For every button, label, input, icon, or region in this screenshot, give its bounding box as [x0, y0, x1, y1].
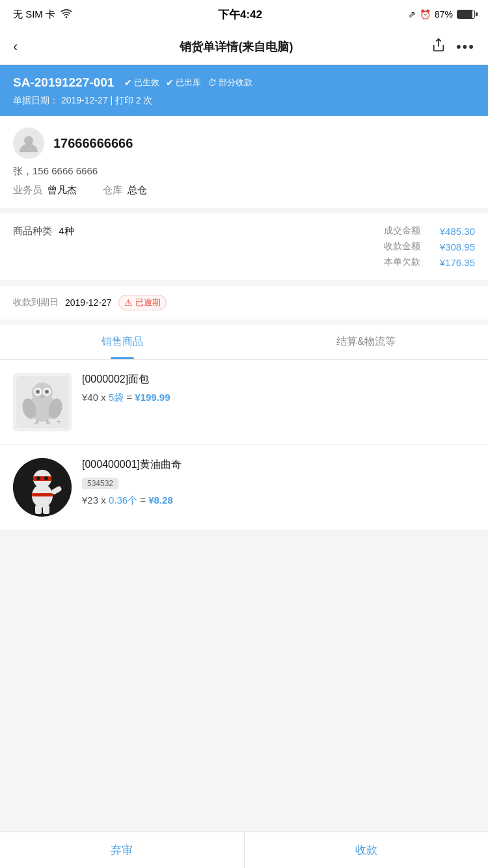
tabs: 销售商品 结算&物流等: [0, 325, 488, 360]
back-button[interactable]: ‹: [13, 38, 42, 55]
overdue-text: 已逾期: [135, 297, 161, 308]
collect-payment-button[interactable]: 收款: [245, 832, 489, 868]
date-value: 2019-12-27: [61, 95, 108, 105]
product-thumbnail-2: [13, 458, 72, 517]
type-count: 4种: [59, 225, 74, 236]
warehouse-item: 仓库 总仓: [103, 184, 147, 197]
user-icon: [18, 133, 39, 154]
product-name-1: [0000002]面包: [82, 373, 475, 387]
badge-partial: ⏱ 部分收款: [208, 77, 252, 88]
salesperson-value: 曾凡杰: [47, 184, 77, 197]
share-icon[interactable]: [431, 38, 446, 55]
date-label: 单据日期：: [13, 95, 59, 105]
svg-point-0: [24, 136, 33, 145]
amount-row: 成交金额 ¥485.30: [384, 225, 475, 237]
product-image-2: [13, 458, 72, 517]
warehouse-value: 总仓: [128, 184, 147, 197]
page-title: 销货单详情(来自电脑): [42, 39, 431, 55]
product-name-2: [000400001]黄油曲奇: [82, 458, 475, 472]
type-label: 商品种类: [13, 225, 52, 236]
product-price-1: ¥40 x 5袋 = ¥199.99: [82, 392, 475, 404]
customer-section: 17666666666 张，156 6666 6666 业务员 曾凡杰 仓库 总…: [0, 116, 488, 208]
owl-image: +: [16, 376, 68, 428]
receipt-row: 收款金额 ¥308.95: [384, 241, 475, 252]
salesperson-label: 业务员: [13, 184, 42, 197]
owed-row: 本单欠款 ¥176.35: [384, 256, 475, 268]
avatar: [13, 128, 44, 159]
location-icon: ⇗: [408, 9, 416, 20]
svg-point-9: [46, 391, 48, 393]
svg-rect-26: [43, 505, 49, 514]
due-section: 收款到期日 2019-12-27 ⚠ 已逾期: [0, 285, 488, 319]
product-total-1: ¥199.99: [135, 392, 170, 403]
owed-value: ¥176.35: [440, 257, 475, 268]
tabs-section: 销售商品 结算&物流等: [0, 325, 488, 530]
amount-label: 成交金额: [384, 225, 420, 237]
battery-pct: 87%: [435, 9, 453, 20]
customer-row: 17666666666: [13, 128, 475, 159]
svg-point-22: [44, 476, 48, 480]
product-total-2: ¥8.28: [148, 495, 173, 506]
nav-actions: •••: [431, 38, 475, 55]
overdue-badge: ⚠ 已逾期: [118, 295, 167, 310]
due-label: 收款到期日: [13, 297, 59, 308]
order-header: SA-20191227-001 ✔ 已生效 ✔ 已出库 ⏱ 部分收款 单据日期：…: [0, 65, 488, 116]
svg-point-8: [37, 391, 39, 393]
status-bar: 无 SIM 卡 下午4:42 ⇗ ⏰ 87%: [0, 0, 488, 29]
order-date: 单据日期： 2019-12-27 | 打印 2 次: [13, 95, 475, 107]
overdue-icon: ⚠: [124, 297, 133, 308]
svg-rect-20: [33, 476, 51, 481]
svg-rect-25: [35, 505, 42, 514]
product-item-2: [000400001]黄油曲奇 534532 ¥23 x 0.36个 = ¥8.…: [0, 445, 488, 530]
check-icon-2: ✔: [166, 77, 174, 88]
stats-right: 成交金额 ¥485.30 收款金额 ¥308.95 本单欠款 ¥176.35: [384, 225, 475, 268]
badge-effective: ✔ 已生效: [124, 77, 159, 88]
sim-status: 无 SIM 卡: [13, 8, 55, 21]
receipt-value: ¥308.95: [440, 241, 475, 252]
order-badges: ✔ 已生效 ✔ 已出库 ⏱ 部分收款: [124, 77, 252, 88]
wifi-icon: [61, 9, 72, 20]
products-list: + [0000002]面包 ¥40 x 5袋 = ¥199.99: [0, 360, 488, 530]
product-info-2: [000400001]黄油曲奇 534532 ¥23 x 0.36个 = ¥8.…: [82, 458, 475, 507]
product-price-2: ¥23 x 0.36个 = ¥8.28: [82, 495, 475, 507]
alarm-icon: ⏰: [420, 9, 431, 20]
due-date: 2019-12-27: [65, 297, 112, 308]
badge-shipped: ✔ 已出库: [166, 77, 201, 88]
bottom-bar: 弃审 收款: [0, 832, 488, 868]
tab-settlement[interactable]: 结算&物流等: [244, 325, 488, 359]
stats-left: 商品种类 4种: [13, 225, 74, 237]
owed-label: 本单欠款: [384, 256, 420, 268]
product-info-1: [0000002]面包 ¥40 x 5袋 = ¥199.99: [82, 373, 475, 404]
salesperson-item: 业务员 曾凡杰: [13, 184, 77, 197]
customer-name: 17666666666: [53, 136, 133, 151]
status-right: ⇗ ⏰ 87%: [408, 9, 475, 20]
battery-icon: [457, 10, 475, 19]
stats-section: 商品种类 4种 成交金额 ¥485.30 收款金额 ¥308.95 本单欠款 ¥…: [0, 213, 488, 280]
amount-value: ¥485.30: [440, 226, 475, 237]
order-id: SA-20191227-001: [13, 75, 114, 90]
print-info: | 打印 2 次: [110, 95, 152, 105]
svg-point-21: [36, 476, 40, 480]
product-item: + [0000002]面包 ¥40 x 5袋 = ¥199.99: [0, 360, 488, 445]
clock-icon: ⏱: [208, 77, 217, 88]
product-qty-2: 0.36个: [109, 495, 137, 506]
status-left: 无 SIM 卡: [13, 8, 72, 21]
more-icon[interactable]: •••: [456, 38, 475, 55]
customer-phone: 张，156 6666 6666: [13, 165, 475, 178]
product-qty-1: 5袋: [109, 392, 124, 403]
check-icon-1: ✔: [124, 77, 132, 88]
customer-meta: 业务员 曾凡杰 仓库 总仓: [13, 184, 475, 197]
product-sku-2: 534532: [82, 478, 118, 489]
tab-products[interactable]: 销售商品: [0, 325, 244, 359]
svg-text:+: +: [57, 417, 61, 426]
status-time: 下午4:42: [218, 7, 262, 22]
abandon-review-button[interactable]: 弃审: [0, 832, 245, 868]
product-thumbnail-1: +: [13, 373, 72, 431]
nav-bar: ‹ 销货单详情(来自电脑) •••: [0, 29, 488, 65]
svg-rect-24: [32, 493, 53, 496]
warehouse-label: 仓库: [103, 184, 122, 197]
receipt-label: 收款金额: [384, 241, 420, 252]
